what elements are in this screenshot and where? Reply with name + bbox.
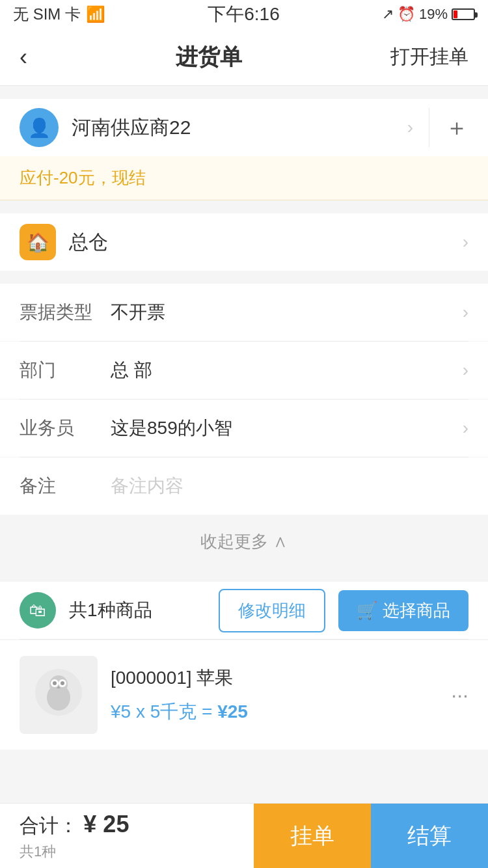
svg-point-5 [53,681,57,685]
product-count: 共1种商品 [69,598,206,623]
dept-chevron-icon: › [463,360,468,381]
warehouse-name: 总仓 [69,229,463,256]
total-sub: 共1种 [20,842,234,861]
gap-3 [0,271,488,284]
bottom-bar: 合计： ¥ 25 共1种 挂单 结算 [0,803,488,868]
carrier-label: 无 SIM 卡 [13,4,81,25]
location-icon: ↗ [382,6,394,23]
product-name: [0000001] 苹果 [111,666,438,690]
supplier-avatar: 👤 [20,108,59,147]
salesperson-row[interactable]: 业务员 这是859的小智 › [0,400,488,457]
home-icon: 🏠 [27,232,49,253]
person-icon: 👤 [28,117,51,139]
dept-label: 部门 [20,358,111,383]
salesperson-chevron-icon: › [463,418,468,439]
gap-1 [0,86,488,99]
price-label: ¥5 [111,701,131,722]
invoice-value: 不开票 [111,300,463,325]
status-bar: 无 SIM 卡 📶 下午6:16 ↗ ⏰ 19% [0,0,488,29]
product-more-button[interactable]: ··· [451,683,468,707]
time-label: 下午6:16 [208,2,280,27]
invoice-label: 票据类型 [20,300,111,325]
suspend-button[interactable]: 挂单 [254,804,371,868]
alarm-icon: ⏰ [398,6,415,23]
supplier-chevron-icon: › [407,117,413,138]
battery-percent: 19% [419,6,448,23]
remark-label: 备注 [20,474,111,498]
product-item: [0000001] 苹果 ¥5 x 5千克 = ¥25 ··· [0,640,488,750]
product-title: 苹果 [197,668,233,688]
quantity-label: 5千克 [150,701,197,722]
product-icon: 🛍 [20,592,56,629]
supplier-divider [429,108,429,147]
dept-value: 总 部 [111,358,463,383]
product-thumb-icon [33,666,85,724]
total-label: 合计： [20,815,78,836]
collapse-bar[interactable]: 收起更多 ∧ [0,515,488,569]
product-header: 🛍 共1种商品 修改明细 🛒 选择商品 [0,582,488,639]
checkout-button[interactable]: 结算 [371,804,488,868]
svg-point-6 [61,681,64,685]
divider-4 [20,639,468,640]
product-price-row: ¥5 x 5千克 = ¥25 [111,699,438,724]
total-amount: ¥ 25 [83,811,129,837]
salesperson-value: 这是859的小智 [111,416,463,441]
equals-sign: = [202,701,217,722]
add-supplier-button[interactable]: ＋ [445,112,468,144]
department-row[interactable]: 部门 总 部 › [0,342,488,399]
invoice-chevron-icon: › [463,302,468,323]
product-total: ¥25 [217,701,248,722]
page-title: 进货单 [176,42,242,72]
gap-4 [0,569,488,582]
shopping-icon: 🛍 [29,601,46,621]
modify-detail-button[interactable]: 修改明细 [219,589,325,632]
battery-icon [452,8,475,20]
warehouse-chevron-icon: › [463,232,468,252]
select-label: 选择商品 [383,599,450,622]
supplier-alert: 应付-20元，现结 [0,156,488,200]
invoice-type-row[interactable]: 票据类型 不开票 › [0,284,488,341]
select-product-button[interactable]: 🛒 选择商品 [338,590,468,631]
supplier-name: 河南供应商22 [72,115,407,141]
cart-icon: 🛒 [357,601,377,621]
status-right: ↗ ⏰ 19% [382,6,475,23]
product-info: [0000001] 苹果 ¥5 x 5千克 = ¥25 [111,666,438,724]
supplier-row[interactable]: 👤 河南供应商22 › ＋ [0,99,488,156]
product-thumbnail [20,656,98,734]
multiply-sign: x [136,701,150,722]
back-button[interactable]: ‹ [20,44,27,71]
open-pending-button[interactable]: 打开挂单 [390,44,468,70]
warehouse-icon: 🏠 [20,224,56,260]
wifi-icon: 📶 [86,5,105,23]
status-left: 无 SIM 卡 📶 [13,4,105,25]
remark-row[interactable]: 备注 备注内容 [0,457,488,515]
salesperson-label: 业务员 [20,416,111,441]
nav-bar: ‹ 进货单 打开挂单 [0,29,488,86]
total-row: 合计： ¥ 25 [20,811,234,839]
remark-input[interactable]: 备注内容 [111,474,468,498]
total-section: 合计： ¥ 25 共1种 [0,804,254,868]
warehouse-row[interactable]: 🏠 总仓 › [0,213,488,271]
product-code: [0000001] [111,668,192,688]
gap-2 [0,200,488,213]
